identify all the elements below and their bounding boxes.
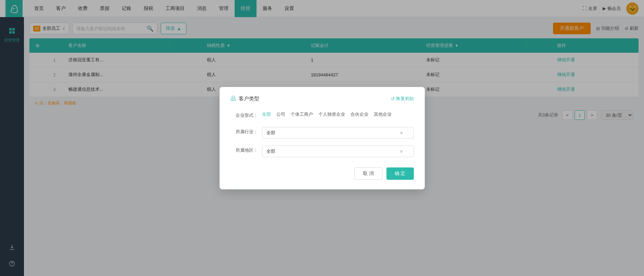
dialog-header: 品 客户类型 ↺ 恢复初始: [231, 95, 414, 102]
cancel-button[interactable]: 取 消: [354, 167, 382, 180]
ent-type-sole[interactable]: 个人独资企业: [318, 111, 345, 118]
ent-type-company[interactable]: 公司: [276, 111, 285, 118]
region-value: 全部 ∨: [262, 146, 414, 157]
region-select-wrap: 全部 ∨: [262, 146, 414, 157]
enterprise-form-row: 企业形式： 全部 公司 个体工商户 个人独资企业 合伙企业 其他企业: [231, 111, 414, 120]
enterprise-types: 全部 公司 个体工商户 个人独资企业 合伙企业 其他企业: [262, 111, 414, 118]
region-dropdown-icon: ∨: [400, 149, 403, 154]
confirm-button[interactable]: 确 定: [386, 167, 414, 180]
dialog-footer: 取 消 确 定: [231, 167, 414, 180]
ent-type-other[interactable]: 其他企业: [374, 111, 392, 118]
enterprise-form-label: 企业形式：: [231, 111, 258, 120]
reset-icon: ↺: [391, 96, 395, 101]
ent-type-all[interactable]: 全部: [262, 111, 271, 118]
dialog-title-icon: 品: [231, 95, 236, 102]
filter-dialog: 品 客户类型 ↺ 恢复初始 企业形式： 全部 公司 个体工商户 个人独资企业 合…: [220, 87, 425, 189]
ent-type-individual[interactable]: 个体工商户: [291, 111, 313, 118]
region-row: 所属地区： 全部 ∨: [231, 146, 414, 157]
industry-select[interactable]: 全部 ∨: [262, 127, 414, 139]
industry-row: 所属行业： 全部 ∨: [231, 127, 414, 139]
filter-dialog-overlay[interactable]: 品 客户类型 ↺ 恢复初始 企业形式： 全部 公司 个体工商户 个人独资企业 合…: [0, 0, 644, 276]
dialog-reset-btn[interactable]: ↺ 恢复初始: [391, 96, 414, 102]
region-label: 所属地区：: [231, 146, 258, 155]
industry-value: 全部 ∨: [262, 127, 414, 139]
industry-dropdown-icon: ∨: [400, 130, 403, 135]
enterprise-types-group: 全部 公司 个体工商户 个人独资企业 合伙企业 其他企业: [262, 111, 414, 118]
industry-select-wrap: 全部 ∨: [262, 127, 414, 139]
dialog-title: 品 客户类型: [231, 95, 259, 102]
region-select[interactable]: 全部 ∨: [262, 146, 414, 157]
ent-type-partnership[interactable]: 合伙企业: [351, 111, 368, 118]
industry-label: 所属行业：: [231, 127, 258, 137]
